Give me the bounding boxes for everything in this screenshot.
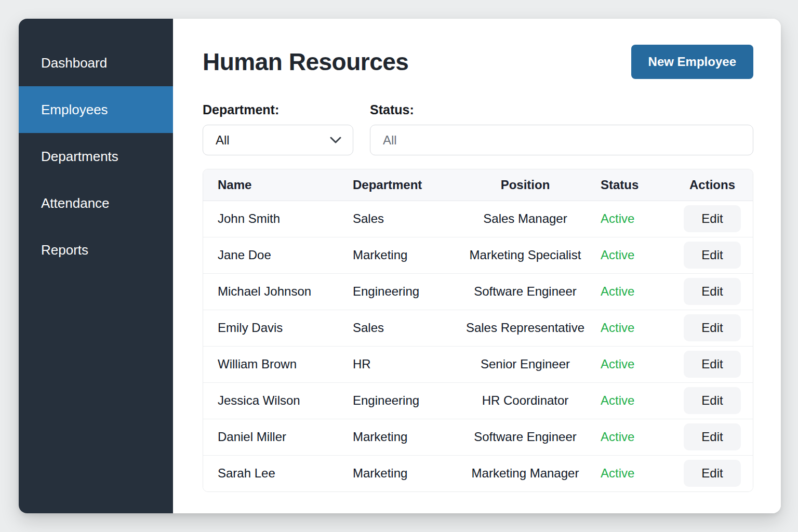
page-background: Dashboard Employees Departments Attendan… [0, 0, 798, 532]
employee-name: John Smith [203, 201, 348, 237]
employee-department: Marketing [348, 237, 458, 273]
sidebar-item-label: Dashboard [41, 55, 107, 71]
sidebar-item-reports[interactable]: Reports [19, 227, 173, 273]
filters-bar: Department: All Status: [203, 102, 753, 155]
status-input[interactable] [370, 125, 753, 155]
edit-button[interactable]: Edit [684, 423, 741, 450]
column-header-status: Status [593, 169, 671, 201]
department-select-value: All [216, 133, 230, 148]
employee-department: Sales [348, 310, 458, 346]
status-badge: Active [593, 273, 671, 310]
employee-department: Marketing [348, 419, 458, 455]
employee-name: Sarah Lee [203, 455, 348, 491]
column-header-actions: Actions [671, 169, 753, 201]
edit-button[interactable]: Edit [684, 460, 741, 487]
column-header-position: Position [458, 169, 593, 201]
app-window: Dashboard Employees Departments Attendan… [19, 19, 781, 513]
employee-name: Daniel Miller [203, 419, 348, 455]
table-row: Michael Johnson Engineering Software Eng… [203, 273, 753, 310]
sidebar-nav: Dashboard Employees Departments Attendan… [19, 39, 173, 273]
employee-name: Emily Davis [203, 310, 348, 346]
edit-button[interactable]: Edit [684, 205, 741, 232]
department-filter-label: Department: [203, 102, 353, 117]
table-row: Sarah Lee Marketing Marketing Manager Ac… [203, 455, 753, 491]
employees-table-card: Name Department Position Status Actions … [203, 169, 753, 492]
status-badge: Active [593, 382, 671, 419]
employee-position: Software Engineer [458, 419, 593, 455]
employee-name: Jessica Wilson [203, 382, 348, 419]
employee-position: Marketing Specialist [458, 237, 593, 273]
edit-button[interactable]: Edit [684, 314, 741, 341]
employee-department: HR [348, 346, 458, 382]
table-body: John Smith Sales Sales Manager Active Ed… [203, 201, 753, 491]
employee-department: Engineering [348, 382, 458, 419]
employee-department: Marketing [348, 455, 458, 491]
table-row: Jessica Wilson Engineering HR Coordinato… [203, 382, 753, 419]
employee-name: Michael Johnson [203, 273, 348, 310]
sidebar: Dashboard Employees Departments Attendan… [19, 19, 173, 513]
status-filter-label: Status: [370, 102, 753, 117]
status-badge: Active [593, 346, 671, 382]
column-header-name: Name [203, 169, 348, 201]
page-title: Human Resources [203, 48, 408, 76]
employee-name: Jane Doe [203, 237, 348, 273]
status-badge: Active [593, 419, 671, 455]
table-row: William Brown HR Senior Engineer Active … [203, 346, 753, 382]
employee-position: Sales Manager [458, 201, 593, 237]
status-badge: Active [593, 201, 671, 237]
edit-button[interactable]: Edit [684, 351, 741, 378]
column-header-department: Department [348, 169, 458, 201]
sidebar-item-attendance[interactable]: Attendance [19, 180, 173, 227]
employee-name: William Brown [203, 346, 348, 382]
sidebar-item-label: Reports [41, 242, 88, 258]
table-row: John Smith Sales Sales Manager Active Ed… [203, 201, 753, 237]
table-header: Name Department Position Status Actions [203, 169, 753, 201]
table-row: Daniel Miller Marketing Software Enginee… [203, 419, 753, 455]
employee-position: Senior Engineer [458, 346, 593, 382]
status-badge: Active [593, 455, 671, 491]
edit-button[interactable]: Edit [684, 278, 741, 305]
sidebar-item-employees[interactable]: Employees [19, 86, 173, 133]
department-filter-group: Department: All [203, 102, 353, 155]
table-row: Jane Doe Marketing Marketing Specialist … [203, 237, 753, 273]
table-row: Emily Davis Sales Sales Representative A… [203, 310, 753, 346]
employee-position: HR Coordinator [458, 382, 593, 419]
chevron-down-icon [330, 137, 341, 144]
edit-button[interactable]: Edit [684, 387, 741, 414]
sidebar-item-label: Employees [41, 102, 108, 118]
status-filter-group: Status: [370, 102, 753, 155]
sidebar-item-dashboard[interactable]: Dashboard [19, 39, 173, 86]
employee-department: Sales [348, 201, 458, 237]
employee-department: Engineering [348, 273, 458, 310]
sidebar-item-departments[interactable]: Departments [19, 133, 173, 180]
status-badge: Active [593, 237, 671, 273]
sidebar-item-label: Departments [41, 149, 118, 165]
topbar: Human Resources New Employee [203, 45, 753, 79]
employee-position: Marketing Manager [458, 455, 593, 491]
status-badge: Active [593, 310, 671, 346]
edit-button[interactable]: Edit [684, 242, 741, 269]
employee-position: Software Engineer [458, 273, 593, 310]
new-employee-button[interactable]: New Employee [631, 45, 753, 79]
sidebar-item-label: Attendance [41, 195, 110, 211]
table-header-row: Name Department Position Status Actions [203, 169, 753, 201]
department-select[interactable]: All [203, 125, 353, 155]
main-content: Human Resources New Employee Department:… [173, 19, 781, 513]
employees-table: Name Department Position Status Actions … [203, 169, 753, 491]
employee-position: Sales Representative [458, 310, 593, 346]
